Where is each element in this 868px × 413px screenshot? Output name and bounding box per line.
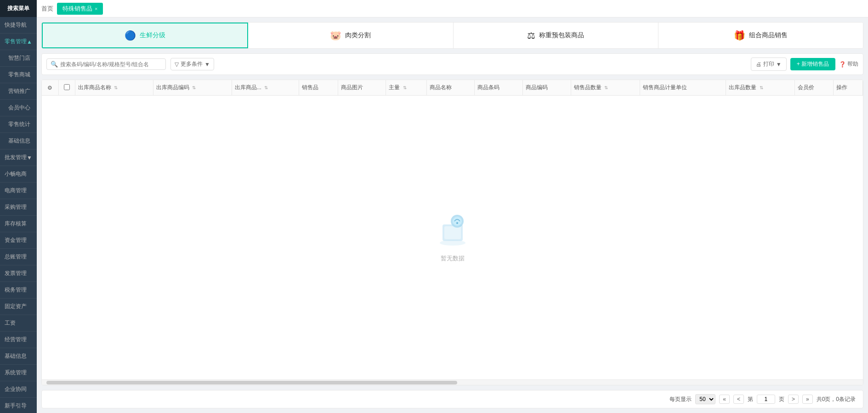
total-records-text: 共0页，0条记录 — [817, 396, 856, 403]
sidebar-item-enterprise-coop[interactable]: 企业协同 — [0, 381, 37, 398]
search-box[interactable]: 🔍 — [46, 58, 166, 70]
chevron-up-icon: ▲ — [27, 39, 32, 45]
select-all-checkbox[interactable] — [64, 84, 70, 90]
print-button[interactable]: 🖨 打印 ▼ — [751, 57, 787, 71]
sidebar-item-wholesale-mgmt[interactable]: 批发管理 ▼ — [0, 149, 37, 166]
toolbar-left: 🔍 ▽ 更多条件 ▼ — [46, 58, 214, 70]
filter-chevron-icon: ▼ — [204, 61, 210, 68]
sidebar-item-wages[interactable]: 工资 — [0, 315, 37, 332]
svg-rect-2 — [444, 226, 461, 239]
category-tab-fresh-grade[interactable]: 🔵 生鲜分级 — [42, 23, 248, 48]
print-icon: 🖨 — [756, 61, 761, 68]
sidebar-item-purchase-mgmt[interactable]: 采购管理 — [0, 199, 37, 216]
col-out-product-code[interactable]: 出库商品编码 ⇅ — [153, 80, 232, 96]
last-page-button[interactable]: » — [802, 395, 813, 404]
chevron-down-icon: ▼ — [27, 155, 32, 161]
next-page-button[interactable]: > — [788, 395, 799, 404]
prev-page-button[interactable]: < — [733, 395, 744, 404]
sidebar-item-quick-nav[interactable]: 快捷导航 — [0, 17, 37, 34]
sort-icon-3: ⇅ — [264, 85, 268, 90]
col-settings[interactable]: ⚙ — [42, 80, 58, 96]
weigh-prepack-icon: ⚖ — [527, 30, 535, 41]
svg-point-5 — [456, 222, 458, 224]
toolbar-right: 🖨 打印 ▼ + 新增销售品 ❓ 帮助 — [751, 57, 858, 71]
sidebar-item-system-mgmt[interactable]: 系统管理 — [0, 365, 37, 381]
sidebar-item-retail-mgmt[interactable]: 零售管理 ▲ — [0, 34, 37, 50]
filter-icon: ▽ — [175, 61, 179, 68]
col-sales-quantity[interactable]: 销售品数量 ⇅ — [571, 80, 640, 96]
col-out-product-something[interactable]: 出库商品... ⇅ — [232, 80, 299, 96]
col-out-quantity[interactable]: 出库品数量 ⇅ — [726, 80, 795, 96]
sidebar-item-sales-promo[interactable]: 营销推广 — [0, 83, 37, 100]
sidebar-item-retail-mall[interactable]: 零售商城 — [0, 67, 37, 83]
col-operations[interactable]: 操作 — [834, 80, 863, 96]
add-sales-product-button[interactable]: + 新增销售品 — [790, 58, 835, 70]
sidebar-item-general-ledger[interactable]: 总账管理 — [0, 249, 37, 265]
page-number-input[interactable] — [757, 395, 775, 404]
fresh-grade-icon: 🔵 — [125, 30, 136, 41]
sidebar-item-mini-ecommerce[interactable]: 小畅电商 — [0, 166, 37, 183]
col-barcode[interactable]: 商品条码 — [475, 80, 523, 96]
meat-cut-icon: 🐷 — [330, 30, 341, 41]
col-main-amount[interactable]: 主量 ⇅ — [386, 80, 426, 96]
data-table: ⚙ 出库商品名称 ⇅ 出库商品编码 ⇅ — [42, 80, 863, 96]
col-product-image[interactable]: 商品图片 — [338, 80, 386, 96]
help-button[interactable]: ❓ 帮助 — [839, 60, 858, 68]
svg-point-4 — [453, 217, 462, 226]
search-input[interactable] — [60, 61, 162, 68]
topbar-active-tab[interactable]: 特殊销售品 × — [57, 3, 103, 15]
first-page-button[interactable]: « — [719, 395, 730, 404]
sidebar-item-finance-mgmt[interactable]: 资金管理 — [0, 232, 37, 249]
col-sales-product[interactable]: 销售品 — [299, 80, 338, 96]
sidebar-item-basic-info-retail[interactable]: 基础信息 — [0, 133, 37, 149]
page-content: 🔵 生鲜分级 🐷 肉类分割 ⚖ 称重预包装商品 🎁 组合商品销售 🔍 — [37, 17, 868, 413]
per-page-select[interactable]: 50 — [695, 394, 715, 404]
toolbar: 🔍 ▽ 更多条件 ▼ 🖨 打印 ▼ + 新增销售品 — [41, 53, 863, 75]
sidebar-item-invoice-mgmt[interactable]: 发票管理 — [0, 265, 37, 282]
close-tab-icon[interactable]: × — [95, 6, 97, 11]
col-out-product-name[interactable]: 出库商品名称 ⇅ — [75, 80, 153, 96]
sidebar-item-newbie-guide[interactable]: 新手引导 — [0, 398, 37, 413]
sort-icon: ⇅ — [114, 85, 118, 90]
per-page-label: 每页显示 — [669, 396, 692, 403]
sort-icon-6: ⇅ — [760, 85, 763, 90]
sidebar-item-fixed-assets[interactable]: 固定资产 — [0, 298, 37, 315]
topbar-home-link[interactable]: 首页 — [41, 5, 53, 13]
category-tab-weigh-prepack[interactable]: ⚖ 称重预包装商品 — [454, 23, 658, 48]
search-icon: 🔍 — [51, 61, 58, 68]
data-table-container: ⚙ 出库商品名称 ⇅ 出库商品编码 ⇅ — [41, 80, 863, 385]
col-product-name[interactable]: 商品名称 — [426, 80, 475, 96]
col-checkbox[interactable] — [58, 80, 75, 96]
combo-sale-icon: 🎁 — [734, 30, 745, 41]
sort-icon-4: ⇅ — [403, 85, 407, 90]
sidebar-item-retail-stats[interactable]: 零售统计 — [0, 116, 37, 133]
print-chevron-icon: ▼ — [776, 61, 782, 68]
sort-icon-5: ⇅ — [604, 85, 608, 90]
empty-state-icon — [434, 213, 471, 250]
sidebar-item-tax-mgmt[interactable]: 税务管理 — [0, 282, 37, 298]
filter-button[interactable]: ▽ 更多条件 ▼ — [170, 58, 214, 70]
empty-state: 暂无数据 — [42, 96, 863, 379]
col-sales-unit[interactable]: 销售商品计量单位 — [640, 80, 726, 96]
sidebar-item-basic-info[interactable]: 基础信息 — [0, 348, 37, 365]
help-icon: ❓ — [839, 61, 846, 68]
sidebar-item-ecommerce-mgmt[interactable]: 电商管理 — [0, 183, 37, 199]
page-unit: 页 — [779, 396, 784, 403]
sidebar-item-member-center[interactable]: 会员中心 — [0, 100, 37, 116]
scrollbar-thumb[interactable] — [46, 381, 457, 384]
sidebar-item-inventory-check[interactable]: 库存核算 — [0, 216, 37, 232]
col-member-price[interactable]: 会员价 — [795, 80, 834, 96]
page-label: 第 — [748, 396, 753, 403]
category-tab-meat-cut[interactable]: 🐷 肉类分割 — [248, 23, 453, 48]
sidebar-item-ops-mgmt[interactable]: 经营管理 — [0, 332, 37, 348]
horizontal-scrollbar[interactable] — [42, 379, 863, 385]
sidebar: 搜索菜单 快捷导航 零售管理 ▲ 智慧门店 零售商城 营销推广 会员中心 零售统… — [0, 0, 37, 413]
category-tabs: 🔵 生鲜分级 🐷 肉类分割 ⚖ 称重预包装商品 🎁 组合商品销售 — [41, 22, 863, 49]
sidebar-item-smart-store[interactable]: 智慧门店 — [0, 50, 37, 67]
col-product-code[interactable]: 商品编码 — [523, 80, 571, 96]
empty-state-text: 暂无数据 — [441, 254, 465, 263]
main-content: 首页 特殊销售品 × 🔵 生鲜分级 🐷 肉类分割 ⚖ 称重预包装商品 🎁 组合商… — [37, 0, 868, 413]
sidebar-logo: 搜索菜单 — [0, 0, 37, 17]
sort-icon-2: ⇅ — [192, 85, 196, 90]
category-tab-combo-sale[interactable]: 🎁 组合商品销售 — [658, 23, 863, 48]
